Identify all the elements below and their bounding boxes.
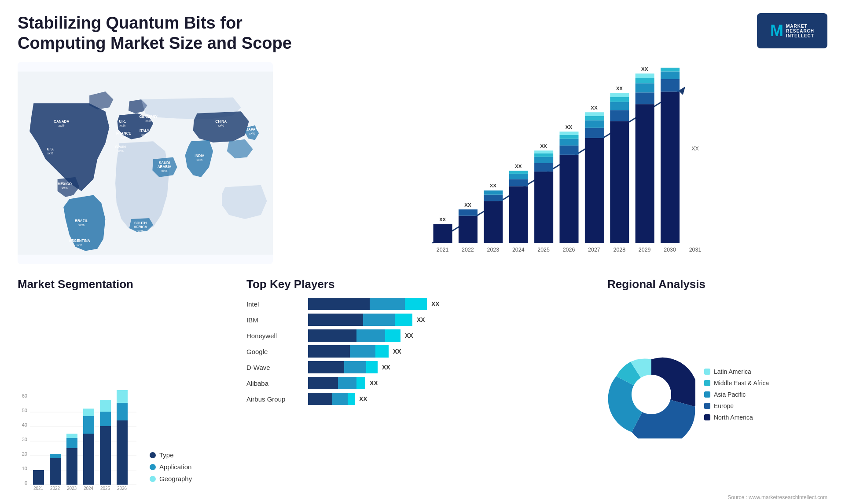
legend-label-application: Application (159, 463, 191, 471)
svg-text:xx%: xx% (141, 133, 147, 137)
svg-text:2023: 2023 (487, 247, 500, 253)
svg-text:ARABIA: ARABIA (158, 165, 172, 169)
svg-text:xx%: xx% (118, 149, 124, 153)
svg-rect-78 (661, 92, 680, 243)
svg-rect-39 (484, 201, 503, 243)
svg-text:XX: XX (490, 183, 497, 189)
logo-line1: MARKET (786, 24, 814, 29)
svg-rect-121 (117, 390, 128, 403)
svg-rect-57 (559, 135, 578, 139)
reg-label-latin-america: Latin America (714, 368, 751, 375)
label-canada: CANADA (54, 120, 69, 124)
header: Stabilizing Quantum Bits for Computing M… (18, 13, 827, 53)
player-bar-dwave: XX (308, 361, 599, 373)
regional-section: Regional Analysis (607, 278, 827, 491)
reg-legend-latin-america: Latin America (704, 368, 769, 375)
seg-chart-svg: 0 10 20 30 40 50 60 (18, 390, 141, 491)
svg-text:2023: 2023 (67, 486, 77, 491)
svg-text:xx%: xx% (59, 124, 65, 128)
svg-rect-118 (100, 400, 111, 412)
player-row-airbus: Airbus Group XX (246, 393, 599, 405)
player-bar-google: XX (308, 345, 599, 358)
svg-rect-75 (636, 78, 654, 83)
svg-rect-73 (636, 92, 654, 104)
svg-text:U.K.: U.K. (119, 120, 126, 124)
legend-item-type: Type (150, 451, 192, 459)
reg-legend-europe: Europe (704, 402, 769, 409)
svg-text:XX: XX (464, 202, 471, 208)
svg-rect-49 (534, 163, 553, 172)
reg-label-europe: Europe (714, 402, 734, 409)
svg-rect-41 (484, 190, 503, 195)
player-name-airbus: Airbus Group (246, 395, 304, 403)
svg-text:2026: 2026 (117, 486, 127, 491)
svg-rect-40 (484, 195, 503, 201)
svg-rect-115 (83, 409, 94, 416)
reg-legend-asia-pacific: Asia Pacific (704, 391, 769, 398)
svg-text:xx%: xx% (162, 169, 168, 173)
svg-text:2026: 2026 (563, 247, 575, 253)
svg-text:GERMANY: GERMANY (139, 115, 158, 119)
logo-letter: M (770, 23, 783, 39)
player-bar-alibaba: XX (308, 377, 599, 389)
player-name-intel: Intel (246, 300, 304, 308)
svg-text:U.S.: U.S. (47, 147, 54, 151)
svg-rect-116 (100, 426, 111, 485)
svg-rect-46 (509, 171, 528, 174)
svg-text:INDIA: INDIA (195, 154, 204, 158)
svg-rect-109 (50, 454, 61, 458)
svg-text:AFRICA: AFRICA (134, 225, 147, 229)
svg-rect-55 (559, 146, 578, 155)
player-row-intel: Intel XX (246, 298, 599, 310)
svg-text:2025: 2025 (100, 486, 110, 491)
reg-color-europe (704, 403, 710, 409)
svg-text:2022: 2022 (462, 247, 474, 253)
svg-text:XX: XX (566, 124, 573, 130)
svg-text:CHINA: CHINA (215, 120, 227, 124)
svg-rect-74 (636, 83, 654, 92)
svg-text:xx%: xx% (249, 131, 255, 135)
svg-rect-61 (585, 128, 604, 138)
regional-title: Regional Analysis (607, 278, 827, 291)
svg-text:xx%: xx% (78, 223, 84, 227)
reg-label-north-america: North America (714, 414, 753, 421)
svg-rect-36 (459, 216, 478, 243)
svg-text:2024: 2024 (512, 247, 525, 253)
svg-text:XX: XX (439, 217, 446, 222)
svg-rect-119 (117, 420, 128, 485)
reg-color-north-america (704, 414, 710, 420)
reg-legend-mea: Middle East & Africa (704, 380, 769, 387)
svg-text:FRANCE: FRANCE (116, 131, 131, 135)
player-name-google: Google (246, 348, 304, 355)
svg-rect-45 (509, 174, 528, 179)
bar-chart-svg: XX XX XX XX (290, 66, 819, 260)
reg-label-asia-pacific: Asia Pacific (714, 391, 746, 398)
svg-rect-76 (636, 73, 654, 78)
reg-color-asia-pacific (704, 391, 710, 398)
svg-rect-107 (33, 470, 44, 485)
segmentation-content: 0 10 20 30 40 50 60 (18, 298, 238, 491)
svg-text:2025: 2025 (537, 247, 550, 253)
svg-rect-120 (117, 403, 128, 420)
svg-text:0: 0 (25, 480, 27, 486)
svg-rect-54 (559, 155, 578, 243)
svg-rect-72 (636, 104, 654, 243)
svg-text:40: 40 (22, 422, 27, 427)
svg-text:SPAIN: SPAIN (115, 145, 126, 149)
svg-text:ARGENTINA: ARGENTINA (69, 239, 90, 243)
legend-label-geography: Geography (159, 475, 192, 482)
svg-rect-56 (559, 139, 578, 146)
page-title: Stabilizing Quantum Bits for Computing M… (18, 13, 326, 53)
svg-text:SOUTH: SOUTH (134, 221, 147, 225)
main-grid: CANADA xx% U.S. xx% MEXICO xx% BRAZIL xx… (18, 62, 827, 491)
svg-text:MEXICO: MEXICO (58, 182, 72, 186)
player-row-alibaba: Alibaba XX (246, 377, 599, 389)
svg-text:xx%: xx% (62, 186, 68, 190)
svg-rect-111 (66, 438, 77, 448)
svg-rect-52 (534, 150, 553, 153)
map-section: CANADA xx% U.S. xx% MEXICO xx% BRAZIL xx… (18, 62, 273, 264)
page-container: Stabilizing Quantum Bits for Computing M… (0, 0, 845, 504)
reg-color-mea (704, 380, 710, 386)
players-content: Intel XX IBM (246, 298, 599, 491)
players-title: Top Key Players (246, 278, 599, 291)
